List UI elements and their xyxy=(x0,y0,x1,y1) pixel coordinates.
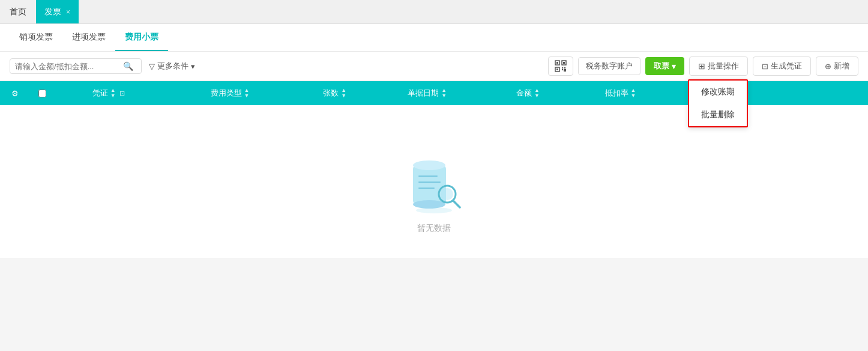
th-expense[interactable]: 费用类型 ▲▼ xyxy=(163,88,297,99)
generate-voucher-button[interactable]: ⊡ 生成凭证 xyxy=(753,56,811,76)
toolbar: 🔍 ▽ 更多条件 ▾ 税务数字账户 取票 ▾ ⊞ xyxy=(0,52,868,81)
dropdown-item-modify-period[interactable]: 修改账期 xyxy=(689,81,747,103)
dropdown-item-batch-delete[interactable]: 批量删除 xyxy=(689,103,747,126)
sub-nav-purchase-invoice[interactable]: 进项发票 xyxy=(62,24,115,51)
empty-text: 暂无数据 xyxy=(417,223,451,234)
th-checkbox[interactable] xyxy=(30,90,54,97)
search-input[interactable] xyxy=(15,62,123,71)
th-count-label: 张数 xyxy=(323,88,339,99)
date-sort-icon[interactable]: ▲▼ xyxy=(441,88,447,99)
sub-nav-expense-label: 费用小票 xyxy=(125,32,158,43)
batch-icon: ⊞ xyxy=(698,61,705,71)
generate-label: 生成凭证 xyxy=(771,61,802,72)
svg-rect-1 xyxy=(556,62,558,64)
fetch-label: 取票 xyxy=(654,61,669,72)
th-expense-label: 费用类型 xyxy=(211,88,242,99)
svg-rect-8 xyxy=(565,67,566,69)
toolbar-left: 🔍 ▽ 更多条件 ▾ xyxy=(10,58,543,75)
search-icon[interactable]: 🔍 xyxy=(123,61,133,71)
th-rate-label: 抵扣率 xyxy=(605,88,628,99)
filter-button[interactable]: ▽ 更多条件 ▾ xyxy=(142,58,202,75)
svg-rect-7 xyxy=(564,67,565,69)
th-settings[interactable]: ⚙ xyxy=(0,89,30,98)
select-all-checkbox[interactable] xyxy=(38,90,46,97)
add-button[interactable]: ⊕ 新增 xyxy=(816,56,858,76)
tab-home-label: 首页 xyxy=(10,7,26,17)
sub-nav: 销项发票 进项发票 费用小票 xyxy=(0,24,868,52)
modify-period-label: 修改账期 xyxy=(701,87,735,96)
svg-point-14 xyxy=(413,200,445,209)
svg-rect-6 xyxy=(562,67,563,69)
th-amount-label: 金额 xyxy=(516,88,532,99)
add-icon: ⊕ xyxy=(825,62,831,71)
th-rate[interactable]: 抵扣率 ▲▼ xyxy=(574,88,666,99)
tax-account-button[interactable]: 税务数字账户 xyxy=(578,57,640,75)
batch-label: 批量操作 xyxy=(708,61,739,72)
sub-nav-purchase-label: 进项发票 xyxy=(72,32,106,43)
svg-point-19 xyxy=(441,188,453,200)
svg-point-13 xyxy=(413,160,445,170)
empty-illustration xyxy=(398,153,470,213)
tab-home[interactable]: 首页 xyxy=(0,0,36,23)
svg-rect-10 xyxy=(564,69,566,72)
top-tab-bar: 首页 发票 × xyxy=(0,0,868,24)
svg-rect-5 xyxy=(556,69,558,70)
fetch-chevron-icon: ▾ xyxy=(672,62,676,71)
tab-invoice[interactable]: 发票 × xyxy=(36,0,79,23)
qr-code-icon xyxy=(555,60,567,72)
count-sort-icon[interactable]: ▲▼ xyxy=(341,88,346,99)
batch-dropdown-menu: 修改账期 批量删除 xyxy=(688,79,748,127)
batch-delete-label: 批量删除 xyxy=(701,109,735,119)
th-count[interactable]: 张数 ▲▼ xyxy=(297,88,373,99)
th-voucher[interactable]: 凭证 ▲▼ ⊡ xyxy=(54,88,163,99)
search-wrap: 🔍 xyxy=(10,58,142,74)
settings-icon: ⚙ xyxy=(11,89,19,98)
filter-icon: ▽ xyxy=(149,62,155,71)
amount-sort-icon[interactable]: ▲▼ xyxy=(534,88,540,99)
tab-invoice-label: 发票 xyxy=(44,7,61,17)
svg-rect-9 xyxy=(562,69,563,70)
tab-close-icon[interactable]: × xyxy=(66,8,70,16)
th-amount[interactable]: 金额 ▲▼ xyxy=(482,88,574,99)
filter-label: 更多条件 xyxy=(157,61,188,72)
batch-button-wrap: ⊞ 批量操作 修改账期 批量删除 xyxy=(689,56,748,76)
th-date-label: 单据日期 xyxy=(408,88,439,99)
svg-line-20 xyxy=(453,201,460,207)
batch-button[interactable]: ⊞ 批量操作 xyxy=(689,56,748,76)
expense-sort-icon[interactable]: ▲▼ xyxy=(244,88,250,99)
th-voucher-label: 凭证 xyxy=(92,88,108,99)
tax-account-label: 税务数字账户 xyxy=(586,61,633,72)
th-date[interactable]: 单据日期 ▲▼ xyxy=(373,88,482,99)
sub-nav-sales-label: 销项发票 xyxy=(19,32,53,43)
qr-button[interactable] xyxy=(548,56,573,76)
voucher-sort-icon[interactable]: ▲▼ xyxy=(110,88,116,99)
generate-icon: ⊡ xyxy=(762,62,768,71)
rate-sort-icon[interactable]: ▲▼ xyxy=(631,88,636,99)
voucher-filter-icon[interactable]: ⊡ xyxy=(119,90,125,97)
empty-state: 暂无数据 xyxy=(0,105,868,258)
sub-nav-sales-invoice[interactable]: 销项发票 xyxy=(10,24,62,51)
filter-chevron-icon: ▾ xyxy=(191,62,195,71)
sub-nav-expense-receipt[interactable]: 费用小票 xyxy=(115,24,168,51)
fetch-button[interactable]: 取票 ▾ xyxy=(645,57,684,75)
svg-rect-3 xyxy=(563,62,565,64)
add-label: 新增 xyxy=(834,61,849,72)
